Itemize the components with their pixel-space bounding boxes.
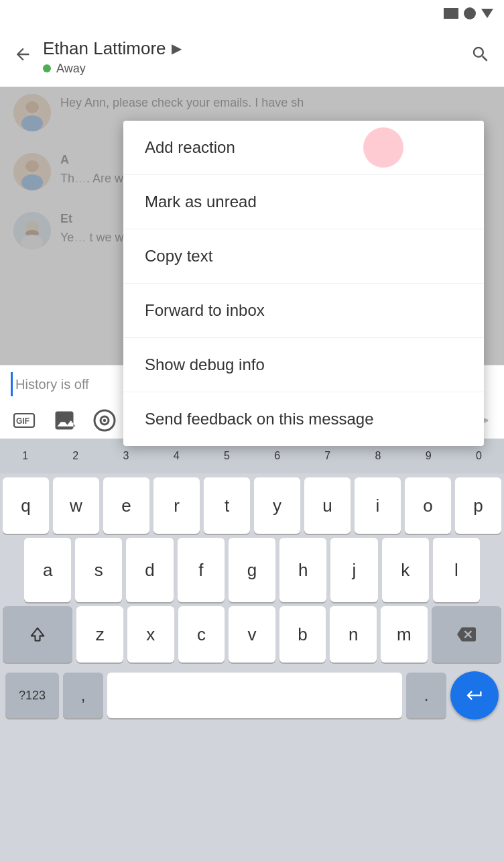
status-label: Away [56, 62, 86, 76]
gif-button[interactable]: GIF [11, 407, 38, 434]
ripple-effect [363, 127, 403, 168]
key-m[interactable]: m [381, 606, 428, 663]
enter-key[interactable] [450, 671, 499, 720]
key-l[interactable]: l [433, 538, 480, 602]
header-center: Ethan Lattimore ▶ Away [43, 38, 470, 76]
key-a[interactable]: a [24, 538, 71, 602]
key-u[interactable]: u [304, 477, 351, 534]
svg-text:GIF: GIF [16, 416, 29, 426]
key-o[interactable]: o [405, 477, 451, 534]
key-f[interactable]: f [178, 538, 225, 602]
send-feedback-item[interactable]: Send feedback on this message [123, 392, 484, 446]
contact-status: Away [43, 62, 470, 76]
zxcv-row: z x c v b n m [0, 602, 504, 667]
copy-text-item[interactable]: Copy text [123, 229, 484, 284]
context-menu: Add reaction Mark as unread Copy text Fo… [123, 121, 484, 446]
key-g[interactable]: g [229, 538, 275, 602]
show-debug-label: Show debug info [145, 355, 265, 374]
status-circle-icon [464, 7, 476, 19]
cursor-bar [11, 372, 13, 396]
status-dot-indicator [43, 64, 51, 72]
shift-key[interactable] [3, 606, 72, 663]
key-k[interactable]: k [382, 538, 429, 602]
contact-name-text: Ethan Lattimore [43, 38, 166, 59]
key-i[interactable]: i [355, 477, 401, 534]
key-n[interactable]: n [330, 606, 377, 663]
key-z[interactable]: z [76, 606, 123, 663]
status-triangle-icon [481, 9, 493, 18]
key-v[interactable]: v [229, 606, 275, 663]
comma-key[interactable]: , [63, 673, 103, 718]
send-feedback-label: Send feedback on this message [145, 410, 374, 428]
period-key[interactable]: . [406, 673, 446, 718]
key-c[interactable]: c [178, 606, 225, 663]
search-button[interactable] [470, 44, 491, 69]
key-j[interactable]: j [330, 538, 377, 602]
backspace-key[interactable] [432, 606, 501, 663]
status-square-icon [444, 8, 458, 19]
symbols-key[interactable]: ?123 [5, 673, 59, 718]
add-reaction-item[interactable]: Add reaction [123, 121, 484, 175]
key-y[interactable]: y [254, 477, 300, 534]
add-reaction-label: Add reaction [145, 138, 235, 157]
key-d[interactable]: d [126, 538, 173, 602]
svg-point-16 [103, 419, 107, 422]
key-s[interactable]: s [75, 538, 122, 602]
contact-name-arrow: ▶ [172, 40, 182, 56]
key-w[interactable]: w [53, 477, 99, 534]
key-t[interactable]: t [204, 477, 250, 534]
key-2[interactable]: 2 [50, 439, 101, 473]
copy-text-label: Copy text [145, 247, 212, 266]
space-key[interactable] [107, 673, 402, 718]
key-q[interactable]: q [3, 477, 49, 534]
show-debug-item[interactable]: Show debug info [123, 338, 484, 392]
back-button[interactable] [13, 45, 32, 68]
mark-unread-label: Mark as unread [145, 192, 257, 211]
mark-unread-item[interactable]: Mark as unread [123, 175, 484, 229]
key-x[interactable]: x [127, 606, 174, 663]
key-b[interactable]: b [279, 606, 326, 663]
image-button[interactable] [51, 407, 78, 434]
key-e[interactable]: e [103, 477, 149, 534]
keyboard: 1 2 3 4 5 6 7 8 9 0 q w e r t y u i o p … [0, 439, 504, 861]
key-p[interactable]: p [455, 477, 501, 534]
contact-name[interactable]: Ethan Lattimore ▶ [43, 38, 470, 59]
header: Ethan Lattimore ▶ Away [0, 27, 504, 87]
qwerty-row: q w e r t y u i o p [0, 473, 504, 538]
key-1[interactable]: 1 [0, 439, 50, 473]
camera-button[interactable] [91, 407, 118, 434]
status-bar [0, 0, 504, 27]
forward-inbox-item[interactable]: Forward to inbox [123, 284, 484, 338]
bottom-row: ?123 , . [0, 667, 504, 724]
forward-inbox-label: Forward to inbox [145, 301, 265, 320]
key-h[interactable]: h [279, 538, 326, 602]
asdf-row: a s d f g h j k l [0, 538, 504, 602]
key-r[interactable]: r [153, 477, 200, 534]
